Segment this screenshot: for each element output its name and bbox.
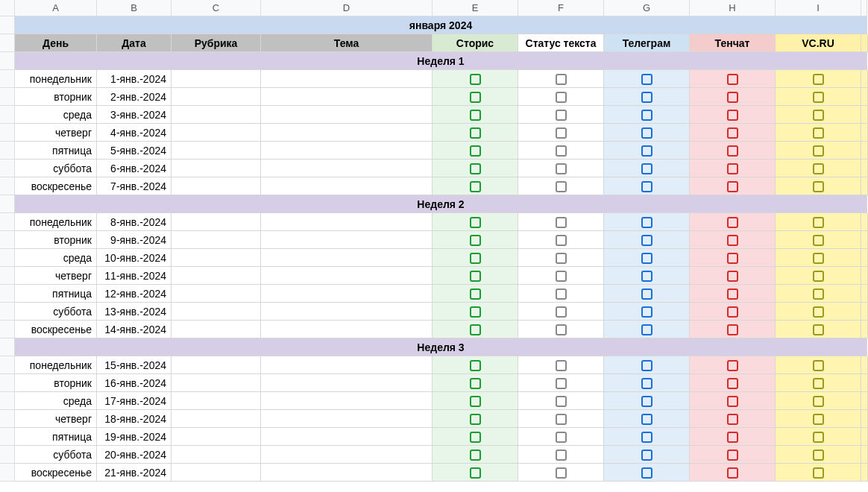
vcru-checkbox[interactable] [813,92,824,103]
stories-checkbox[interactable] [470,181,481,192]
row-number[interactable] [0,213,15,231]
tenchat-checkbox-cell[interactable] [690,106,776,124]
vcru-checkbox-cell[interactable] [776,88,861,106]
tenchat-checkbox-cell[interactable] [690,88,776,106]
tenchat-checkbox[interactable] [727,378,738,389]
vcru-checkbox[interactable] [813,253,824,264]
date-cell[interactable]: 1-янв.-2024 [97,70,172,88]
topic-cell[interactable] [261,464,433,482]
rubric-cell[interactable] [172,446,261,464]
tenchat-checkbox[interactable] [727,110,738,121]
stories-checkbox[interactable] [470,145,481,157]
row-number[interactable] [0,303,15,321]
text-status-checkbox-cell[interactable] [518,106,604,124]
vcru-checkbox-cell[interactable] [776,464,861,482]
tenchat-checkbox[interactable] [727,414,738,425]
rubric-cell[interactable] [172,124,261,142]
telegram-checkbox[interactable] [641,324,652,335]
tenchat-checkbox-cell[interactable] [690,231,776,249]
tenchat-checkbox-cell[interactable] [690,177,776,195]
topic-cell[interactable] [261,160,433,177]
header-telegram[interactable]: Телеграм [604,34,690,52]
telegram-checkbox[interactable] [641,253,652,264]
stories-checkbox[interactable] [470,378,481,389]
tenchat-checkbox-cell[interactable] [690,249,776,267]
telegram-checkbox-cell[interactable] [604,160,690,177]
vcru-checkbox[interactable] [813,360,824,371]
vcru-checkbox-cell[interactable] [776,321,861,338]
stories-checkbox-cell[interactable] [433,160,518,177]
vcru-checkbox[interactable] [813,378,824,389]
text-status-checkbox-cell[interactable] [518,267,604,285]
vcru-checkbox[interactable] [813,324,824,335]
day-cell[interactable]: вторник [15,231,97,249]
telegram-checkbox-cell[interactable] [604,428,690,446]
stories-checkbox[interactable] [470,253,481,264]
text-status-checkbox-cell[interactable] [518,464,604,482]
vcru-checkbox[interactable] [813,414,824,425]
date-cell[interactable]: 5-янв.-2024 [97,142,172,160]
date-cell[interactable]: 10-янв.-2024 [97,249,172,267]
stories-checkbox[interactable] [470,110,481,121]
column-header-A[interactable]: A [15,0,97,16]
column-header-D[interactable]: D [261,0,433,16]
header-day[interactable]: День [15,34,97,52]
text-status-checkbox[interactable] [556,235,567,246]
tenchat-checkbox-cell[interactable] [690,70,776,88]
row-number[interactable] [0,321,15,338]
day-cell[interactable]: воскресенье [15,177,97,195]
tenchat-checkbox[interactable] [727,74,738,85]
column-header-H[interactable]: H [690,0,776,16]
stories-checkbox-cell[interactable] [433,285,518,303]
stories-checkbox-cell[interactable] [433,374,518,392]
tenchat-checkbox-cell[interactable] [690,267,776,285]
telegram-checkbox[interactable] [641,127,652,139]
telegram-checkbox[interactable] [641,306,652,318]
telegram-checkbox-cell[interactable] [604,267,690,285]
stories-checkbox-cell[interactable] [433,446,518,464]
text-status-checkbox[interactable] [556,163,567,174]
header-tenchat[interactable]: Тенчат [690,34,776,52]
date-cell[interactable]: 13-янв.-2024 [97,303,172,321]
stories-checkbox-cell[interactable] [433,392,518,410]
stories-checkbox[interactable] [470,288,481,300]
row-number[interactable] [0,160,15,177]
row-number[interactable] [0,106,15,124]
telegram-checkbox-cell[interactable] [604,213,690,231]
vcru-checkbox[interactable] [813,432,824,443]
row-number[interactable] [0,285,15,303]
rubric-cell[interactable] [172,285,261,303]
topic-cell[interactable] [261,428,433,446]
stories-checkbox[interactable] [470,324,481,335]
vcru-checkbox-cell[interactable] [776,267,861,285]
vcru-checkbox[interactable] [813,127,824,139]
text-status-checkbox-cell[interactable] [518,356,604,374]
date-cell[interactable]: 2-янв.-2024 [97,88,172,106]
stories-checkbox-cell[interactable] [433,249,518,267]
text-status-checkbox-cell[interactable] [518,446,604,464]
text-status-checkbox-cell[interactable] [518,410,604,428]
stories-checkbox-cell[interactable] [433,321,518,338]
telegram-checkbox[interactable] [641,271,652,282]
day-cell[interactable]: суббота [15,303,97,321]
vcru-checkbox[interactable] [813,271,824,282]
stories-checkbox-cell[interactable] [433,88,518,106]
telegram-checkbox-cell[interactable] [604,88,690,106]
stories-checkbox-cell[interactable] [433,142,518,160]
tenchat-checkbox-cell[interactable] [690,124,776,142]
tenchat-checkbox-cell[interactable] [690,285,776,303]
telegram-checkbox[interactable] [641,217,652,228]
date-cell[interactable]: 19-янв.-2024 [97,428,172,446]
row-number[interactable] [0,34,15,52]
tenchat-checkbox[interactable] [727,306,738,318]
stories-checkbox[interactable] [470,432,481,443]
vcru-checkbox-cell[interactable] [776,446,861,464]
telegram-checkbox[interactable] [641,414,652,425]
rubric-cell[interactable] [172,88,261,106]
vcru-checkbox-cell[interactable] [776,392,861,410]
stories-checkbox[interactable] [470,271,481,282]
vcru-checkbox[interactable] [813,163,824,174]
rubric-cell[interactable] [172,142,261,160]
stories-checkbox[interactable] [470,217,481,228]
rubric-cell[interactable] [172,231,261,249]
